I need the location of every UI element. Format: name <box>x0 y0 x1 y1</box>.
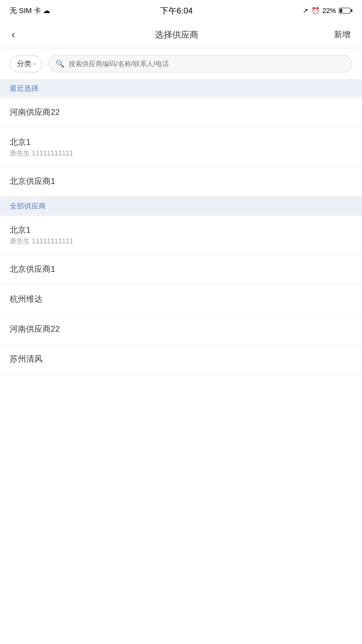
list-item[interactable]: 苏州清风 <box>0 345 362 375</box>
category-label: 分类 <box>17 59 31 69</box>
battery-percent: 22% <box>322 7 336 14</box>
item-name: 河南供应商22 <box>10 107 352 118</box>
item-detail: 唐先生 11111111111 <box>10 237 352 246</box>
search-box[interactable]: 🔍 <box>48 55 352 72</box>
item-name: 杭州维达 <box>10 294 352 305</box>
item-name: 北京1 <box>10 137 352 148</box>
item-name: 北京供应商1 <box>10 176 352 187</box>
add-button[interactable]: 新增 <box>334 29 350 40</box>
search-icon: 🔍 <box>56 59 65 68</box>
recent-section-label: 最近选择 <box>10 84 39 92</box>
location-icon <box>303 7 308 14</box>
list-item[interactable]: 北京供应商1 <box>0 255 362 285</box>
list-item[interactable]: 河南供应商22 <box>0 315 362 345</box>
page-title: 选择供应商 <box>155 29 198 41</box>
category-button[interactable]: 分类 › <box>10 56 42 72</box>
chevron-right-icon: › <box>33 60 35 67</box>
list-item[interactable]: 北京供应商1 <box>0 167 362 197</box>
search-input[interactable] <box>69 60 345 68</box>
recent-items-list: 河南供应商22北京1唐先生 11111111111北京供应商1 <box>0 98 362 197</box>
sim-status: 无 SIM 卡 ☁ <box>10 6 50 15</box>
item-detail: 唐先生 11111111111 <box>10 149 352 158</box>
item-name: 河南供应商22 <box>10 323 352 335</box>
status-time: 下午6:04 <box>160 5 193 16</box>
all-section-header: 全部供应商 <box>0 197 362 216</box>
list-item[interactable]: 杭州维达 <box>0 285 362 315</box>
list-item[interactable]: 北京1唐先生 11111111111 <box>0 128 362 167</box>
alarm-icon <box>311 7 320 14</box>
recent-section-header: 最近选择 <box>0 79 362 98</box>
item-name: 北京1 <box>10 224 352 236</box>
battery-icon <box>339 8 352 14</box>
nav-bar: ‹ 选择供应商 新增 <box>0 21 362 48</box>
status-right: 22% <box>303 7 352 14</box>
list-item[interactable]: 河南供应商22 <box>0 98 362 128</box>
all-section-label: 全部供应商 <box>10 202 46 210</box>
all-items-list: 北京1唐先生 11111111111北京供应商1杭州维达河南供应商22苏州清风 <box>0 216 362 375</box>
item-name: 苏州清风 <box>10 353 352 364</box>
status-bar: 无 SIM 卡 ☁ 下午6:04 22% <box>0 0 362 21</box>
filter-bar: 分类 › 🔍 <box>0 48 362 79</box>
item-name: 北京供应商1 <box>10 264 352 275</box>
back-button[interactable]: ‹ <box>8 25 19 45</box>
list-item[interactable]: 北京1唐先生 11111111111 <box>0 216 362 255</box>
status-left: 无 SIM 卡 ☁ <box>10 6 50 15</box>
